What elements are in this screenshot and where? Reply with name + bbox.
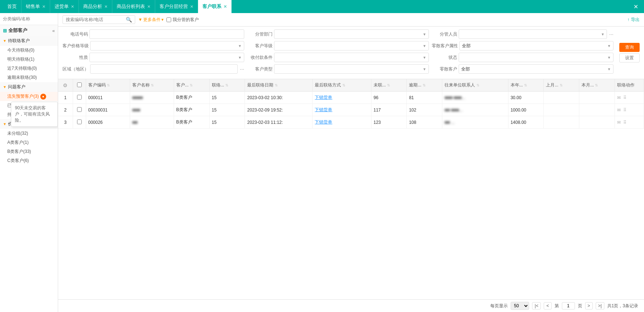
retail-customer-select[interactable]: 全部 ▼	[459, 64, 613, 74]
close-sales-tab[interactable]: ✕	[42, 4, 45, 9]
filter-more-conditions[interactable]: ▼ 更多条件 ▾	[138, 17, 164, 23]
action-contact-icon[interactable]: ✉	[617, 120, 621, 125]
last-contact-type-link[interactable]: 下销货单	[315, 107, 332, 112]
manager-label: 分管人员	[432, 31, 457, 37]
page-first-button[interactable]: |<	[532, 302, 541, 309]
th-contact-person[interactable]: 往来单位联系人 ⇅	[442, 79, 508, 92]
payment-select[interactable]: ▼	[274, 53, 429, 62]
sidebar-item-churn-warning[interactable]: 流失预警客户(3) ●	[0, 92, 58, 101]
sidebar-item-overdue-pending[interactable]: 逾期未联络(30)	[0, 73, 58, 82]
td-last-contact-type[interactable]: 下销货单	[313, 104, 371, 116]
query-button[interactable]: 查询	[619, 43, 640, 52]
status-select[interactable]: ▼	[459, 53, 613, 62]
sidebar-item-c-class[interactable]: C类客户(6)	[0, 156, 58, 165]
export-button[interactable]: ↑ 导出	[627, 17, 640, 23]
page-last-button[interactable]: >|	[596, 302, 604, 309]
th-name[interactable]: 客户名称 ⇅	[130, 79, 174, 92]
sidebar-item-b-class[interactable]: B类客户(33)	[0, 147, 58, 156]
action-more-icon[interactable]: ⠿	[623, 95, 627, 100]
tab-home[interactable]: 首页	[3, 0, 21, 13]
sidebar-item-tomorrow-pending[interactable]: 明天待联络(1)	[0, 55, 58, 64]
close-customer-contact-tab[interactable]: ✕	[224, 4, 227, 9]
th-un-contact[interactable]: 未联... ⇅	[371, 79, 407, 92]
action-more-icon[interactable]: ⠿	[623, 120, 627, 125]
th-this-year[interactable]: 本年... ⇅	[508, 79, 544, 92]
row-checkbox[interactable]	[77, 119, 82, 124]
close-analysis-tab[interactable]: ✕	[104, 4, 108, 9]
th-last-month[interactable]: 上月... ⇅	[544, 79, 579, 92]
td-checkbox[interactable]	[73, 104, 86, 116]
sidebar-item-today-pending[interactable]: 今天待联络(0)	[0, 46, 58, 55]
th-code[interactable]: 客户编码 ⇅	[86, 79, 130, 92]
sort-this-month-icon: ⇅	[595, 83, 598, 87]
tab-sales[interactable]: 销售单 ✕	[21, 0, 50, 13]
td-checkbox[interactable]	[73, 116, 86, 129]
gear-icon[interactable]: ⚙	[63, 82, 68, 88]
td-code: 00030031	[86, 104, 130, 116]
row-checkbox[interactable]	[77, 107, 82, 112]
sidebar-item-a-class[interactable]: A类客户(1)	[0, 138, 58, 147]
th-contact[interactable]: 联络... ⇅	[209, 79, 245, 92]
th-last-contact-type[interactable]: 最后联络方式 ⇅	[313, 79, 371, 92]
price-level-select[interactable]: ▼	[90, 41, 244, 50]
nature-select[interactable]: ▼	[89, 53, 244, 62]
th-this-month[interactable]: 本月... ⇅	[579, 79, 615, 92]
page-input[interactable]	[562, 302, 575, 309]
sidebar-item-7day-pending[interactable]: 近7天待联络(0)	[0, 64, 58, 73]
td-actions[interactable]: ✉ ⠿	[615, 92, 644, 104]
action-contact-icon[interactable]: ✉	[617, 108, 621, 113]
retail-attr-select[interactable]: 全部 ▼	[459, 41, 613, 50]
td-last-month	[544, 104, 579, 116]
last-contact-type-link[interactable]: 下销货单	[315, 119, 332, 125]
sidebar-all-customers[interactable]: ⊞ 全部客户 «	[0, 25, 58, 36]
action-contact-icon[interactable]: ✉	[617, 95, 621, 100]
filter-cell-retail-customer: 零散客户 全部 ▼	[432, 64, 613, 74]
pagination-bar: 每页显示 50 100 200 |< < 第 页 > >| 共1页，3条记录	[58, 299, 644, 312]
close-customer-layer-tab[interactable]: ✕	[190, 4, 193, 9]
region-dots-button[interactable]: ···	[240, 66, 244, 72]
customer-level-select[interactable]: ▼	[274, 41, 429, 50]
th-type[interactable]: 客户... ⇅	[174, 79, 209, 92]
action-more-icon[interactable]: ⠿	[623, 108, 627, 113]
tab-customer-contact[interactable]: 客户联系 ✕	[198, 0, 232, 13]
filter-cell-price-level: 客户价格等级 ▼	[63, 41, 244, 50]
tab-analysis[interactable]: 商品分析 ✕	[79, 0, 112, 13]
filter-search-button[interactable]: 🔍	[126, 17, 132, 23]
td-actions[interactable]: ✉ ⠿	[615, 104, 644, 116]
sidebar-group-pending-title[interactable]: ▼ 待联络客户	[0, 36, 58, 46]
page-prev-button[interactable]: <	[544, 302, 551, 309]
td-last-contact-type[interactable]: 下销货单	[313, 92, 371, 104]
settings-button[interactable]: 设置	[619, 53, 640, 62]
th-last-contact-date[interactable]: 最后联络日期 ⇅	[245, 79, 313, 92]
global-close-button[interactable]: ✕	[631, 3, 641, 10]
phone-input[interactable]	[89, 29, 244, 39]
close-analysis-list-tab[interactable]: ✕	[147, 4, 150, 9]
tab-customer-layer[interactable]: 客户分层经营 ✕	[155, 0, 198, 13]
per-page-select[interactable]: 50 100 200	[511, 302, 529, 310]
th-gear[interactable]: ⚙	[58, 79, 73, 92]
row-checkbox[interactable]	[77, 95, 82, 100]
sidebar-group-problem-title[interactable]: ▼ 问题客户	[0, 82, 58, 92]
td-last-contact-type[interactable]: 下销货单	[313, 116, 371, 129]
manager-select[interactable]: ▼	[459, 29, 607, 39]
sidebar-group-pending: ▼ 待联络客户 今天待联络(0) 明天待联络(1) 近7天待联络(0) 逾期未联…	[0, 36, 58, 82]
price-level-chevron-icon: ▼	[238, 44, 242, 48]
sidebar-collapse-icon[interactable]: «	[52, 28, 55, 33]
sidebar-search-input[interactable]	[3, 16, 57, 21]
region-select[interactable]	[90, 64, 238, 74]
td-actions[interactable]: ✉ ⠿	[615, 116, 644, 129]
td-checkbox[interactable]	[73, 92, 86, 104]
my-customers-checkbox[interactable]	[166, 17, 171, 22]
dept-select[interactable]: ▼	[274, 29, 429, 39]
last-contact-type-link[interactable]: 下销货单	[315, 95, 332, 100]
sidebar-item-unclassified[interactable]: 未分组(32)	[0, 129, 58, 138]
tab-analysis-list[interactable]: 商品分析列表 ✕	[112, 0, 155, 13]
customer-type-select[interactable]: ▼	[274, 64, 429, 74]
close-purchase-tab[interactable]: ✕	[71, 4, 74, 9]
page-next-button[interactable]: >	[585, 302, 593, 309]
filter-search-input[interactable]	[66, 17, 126, 22]
manager-dots-button[interactable]: ···	[609, 31, 613, 37]
th-overdue[interactable]: 逾期... ⇅	[407, 79, 442, 92]
select-all-checkbox[interactable]	[77, 82, 82, 87]
tab-purchase[interactable]: 进货单 ✕	[50, 0, 79, 13]
